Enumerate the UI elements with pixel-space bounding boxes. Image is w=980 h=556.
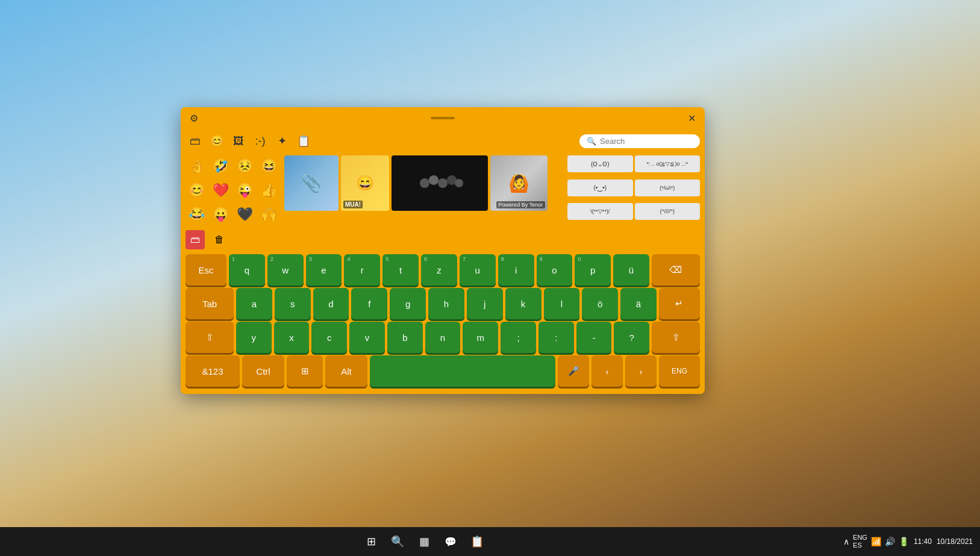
key-shift-right[interactable]: ⇧ [652, 322, 700, 353]
taskbar-sys-icons: ∧ ENGES 📶 🔊 🔋 [843, 534, 909, 549]
key-space[interactable] [370, 355, 555, 387]
key-num-4: 4 [347, 256, 350, 262]
key-h[interactable]: h [428, 288, 464, 319]
key-enter[interactable]: ↵ [659, 288, 700, 319]
emoji-8[interactable]: 😂 [186, 204, 207, 225]
key-ctrl[interactable]: Ctrl [242, 355, 284, 387]
key-q[interactable]: 1q [229, 254, 265, 286]
search-input[interactable] [600, 137, 693, 146]
key-b[interactable]: b [387, 322, 423, 353]
emoji-6[interactable]: 😜 [234, 180, 255, 201]
key-alt[interactable]: Alt [325, 355, 367, 387]
taskbar-clipboard-button[interactable]: 📋 [466, 531, 488, 552]
emoji-9[interactable]: 😛 [210, 204, 231, 225]
key-l[interactable]: l [544, 288, 580, 319]
key-colon[interactable]: : [538, 322, 574, 353]
key-esc[interactable]: Esc [186, 254, 226, 286]
key-y[interactable]: y [236, 322, 272, 353]
emoji-3[interactable]: 😆 [258, 155, 279, 177]
close-button[interactable]: ✕ [683, 110, 700, 127]
key-amp123[interactable]: &123 [186, 355, 240, 387]
action-row: 🗃 🗑 [181, 228, 705, 252]
key-num-2: 2 [270, 256, 273, 262]
key-n[interactable]: n [425, 322, 461, 353]
taskbar-chevron-icon[interactable]: ∧ [843, 537, 849, 546]
emoji-2[interactable]: 😣 [234, 155, 255, 177]
key-semicolon[interactable]: ; [501, 322, 536, 353]
tab-emoji[interactable]: 😊 [207, 131, 226, 151]
key-ae[interactable]: ä [620, 288, 657, 319]
key-d[interactable]: d [313, 288, 349, 319]
keyboard-window: ⚙ ✕ 🗃 😊 🖼 :-) ✦ 📋 🔍 👌 🤣 😣 😆 😊 ❤️ 😜 👍 [181, 107, 705, 394]
key-i[interactable]: 8i [498, 254, 534, 286]
key-question[interactable]: ? [614, 322, 649, 353]
gif-2[interactable]: 😄 MUA! [341, 155, 389, 211]
key-lang[interactable]: ENG [659, 355, 700, 387]
tab-clipboard2[interactable]: 📋 [294, 131, 313, 151]
kaomoji-1[interactable]: *: .. o(≧▽≦)o ..:* [635, 155, 701, 172]
key-z[interactable]: 6z [421, 254, 457, 286]
key-x[interactable]: x [274, 322, 310, 353]
key-e[interactable]: 3e [306, 254, 342, 286]
emoji-4[interactable]: 😊 [186, 180, 207, 201]
key-shift-left[interactable]: ⇧ [186, 322, 234, 353]
kaomoji-2[interactable]: (•‿•) [567, 180, 633, 196]
key-j[interactable]: j [467, 288, 503, 319]
delete-btn[interactable]: 🗑 [210, 230, 229, 249]
taskbar-widgets-button[interactable]: ▦ [413, 531, 435, 552]
gif-4[interactable]: 🙆 Powered By Tenor [490, 155, 548, 211]
key-a[interactable]: a [236, 288, 272, 319]
kaomoji-3[interactable]: (*/ω\*) [635, 180, 701, 196]
key-oe[interactable]: ö [582, 288, 618, 319]
key-p[interactable]: 0p [575, 254, 611, 286]
key-u[interactable]: 7u [460, 254, 496, 286]
search-bar: 🔍 [579, 134, 700, 148]
gif-3[interactable] [392, 155, 488, 211]
key-r[interactable]: 4r [344, 254, 380, 286]
key-f[interactable]: f [351, 288, 387, 319]
clipboard-active-btn[interactable]: 🗃 [186, 230, 205, 249]
key-tab[interactable]: Tab [186, 288, 234, 319]
taskbar-teams-button[interactable]: 💬 [440, 531, 461, 552]
taskbar-clock[interactable]: 11:40 10/18/2021 [914, 537, 973, 547]
emoji-0[interactable]: 👌 [186, 155, 207, 177]
key-k[interactable]: k [505, 288, 541, 319]
key-row-1: Esc 1q 2w 3e 4r 5t 6z 7u 8i 9o 0p ü ⌫ [186, 254, 700, 286]
key-w[interactable]: 2w [267, 254, 304, 286]
svg-point-2 [429, 175, 439, 185]
key-mic[interactable]: 🎤 [558, 355, 589, 387]
taskbar-search-button[interactable]: 🔍 [387, 531, 408, 552]
settings-button[interactable]: ⚙ [186, 110, 202, 127]
taskbar-wifi-icon: 📶 [871, 537, 881, 546]
emoji-panel: 👌 🤣 😣 😆 😊 ❤️ 😜 👍 😂 😛 🖤 🙌 [186, 155, 279, 225]
key-num-3: 3 [309, 256, 312, 262]
emoji-10[interactable]: 🖤 [234, 204, 255, 225]
key-left[interactable]: ‹ [591, 355, 623, 387]
emoji-5[interactable]: ❤️ [210, 180, 231, 201]
svg-point-3 [438, 178, 448, 188]
key-right[interactable]: › [625, 355, 657, 387]
key-backspace[interactable]: ⌫ [652, 254, 700, 286]
kaomoji-4[interactable]: \(**▽**)/ [567, 203, 633, 220]
tab-more[interactable]: ✦ [272, 131, 292, 151]
tab-gif[interactable]: 🖼 [229, 131, 248, 151]
key-o[interactable]: 9o [537, 254, 573, 286]
tab-kaomoji[interactable]: :-) [251, 131, 270, 151]
kaomoji-0[interactable]: (ʘ⌄ʘ) [567, 155, 633, 172]
emoji-11[interactable]: 🙌 [258, 204, 279, 225]
key-s[interactable]: s [275, 288, 311, 319]
key-t[interactable]: 5t [382, 254, 419, 286]
emoji-7[interactable]: 👍 [258, 180, 279, 201]
emoji-1[interactable]: 🤣 [210, 155, 231, 177]
key-g[interactable]: g [390, 288, 426, 319]
tab-clipboard[interactable]: 🗃 [186, 131, 205, 151]
key-m[interactable]: m [463, 322, 498, 353]
key-v[interactable]: v [349, 322, 385, 353]
key-c[interactable]: c [311, 322, 347, 353]
taskbar-start-button[interactable]: ⊞ [360, 531, 382, 552]
key-dash[interactable]: - [576, 322, 612, 353]
gif-1[interactable]: 📎 [284, 155, 339, 211]
kaomoji-5[interactable]: (^////^) [635, 203, 701, 220]
key-ue[interactable]: ü [613, 254, 649, 286]
key-win[interactable]: ⊞ [287, 355, 323, 387]
